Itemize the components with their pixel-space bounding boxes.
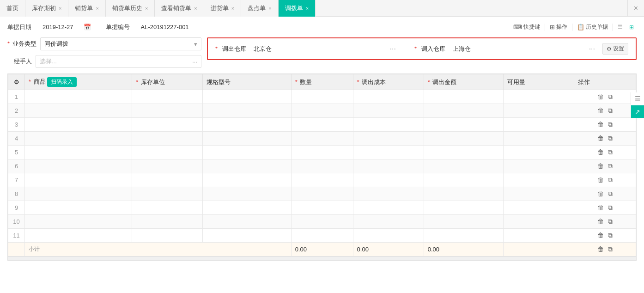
- row-spec[interactable]: [203, 229, 291, 243]
- row-available[interactable]: [503, 201, 574, 215]
- delete-row-button[interactable]: 🗑: [597, 107, 604, 114]
- transfer-out-more-icon[interactable]: ···: [390, 45, 396, 53]
- tab-close-transfer[interactable]: ×: [306, 6, 309, 11]
- history-button[interactable]: 📋 历史单据: [574, 22, 611, 32]
- row-available[interactable]: [503, 90, 574, 104]
- settings-button[interactable]: ⚙ 设置: [602, 43, 628, 55]
- row-amount[interactable]: [424, 146, 503, 159]
- subtotal-delete-icon[interactable]: 🗑: [597, 245, 604, 253]
- row-amount[interactable]: [424, 229, 503, 243]
- row-cost[interactable]: [353, 118, 424, 132]
- copy-row-button[interactable]: ⧉: [608, 218, 613, 225]
- delete-row-button[interactable]: 🗑: [597, 121, 604, 128]
- row-spec[interactable]: [203, 90, 291, 104]
- row-product[interactable]: [25, 132, 132, 146]
- tab-view-sales[interactable]: 查看销货单×: [155, 0, 204, 17]
- row-cost[interactable]: [353, 132, 424, 146]
- subtotal-copy-icon[interactable]: ⧉: [608, 245, 613, 253]
- delete-row-button[interactable]: 🗑: [597, 148, 604, 156]
- business-type-input[interactable]: 同价调拨 ▾: [40, 37, 201, 50]
- tab-purchase[interactable]: 进货单×: [204, 0, 241, 17]
- tab-close-inventory-init[interactable]: ×: [59, 6, 61, 11]
- tab-sales-history[interactable]: 销货单历史×: [106, 0, 155, 17]
- copy-row-button[interactable]: ⧉: [608, 93, 613, 100]
- row-qty[interactable]: [291, 215, 353, 229]
- row-qty[interactable]: [291, 159, 353, 173]
- row-product[interactable]: [25, 215, 132, 229]
- delete-row-button[interactable]: 🗑: [597, 190, 604, 197]
- row-spec[interactable]: [203, 159, 291, 173]
- delete-row-button[interactable]: 🗑: [597, 162, 604, 170]
- row-available[interactable]: [503, 187, 574, 201]
- row-available[interactable]: [503, 159, 574, 173]
- row-product[interactable]: [25, 104, 132, 118]
- handler-more-icon[interactable]: ···: [192, 58, 197, 65]
- copy-row-button[interactable]: ⧉: [608, 134, 613, 142]
- row-spec[interactable]: [203, 146, 291, 159]
- row-spec[interactable]: [203, 201, 291, 215]
- row-amount[interactable]: [424, 201, 503, 215]
- row-unit[interactable]: [132, 132, 203, 146]
- row-qty[interactable]: [291, 104, 353, 118]
- row-amount[interactable]: [424, 187, 503, 201]
- row-product[interactable]: [25, 146, 132, 159]
- calendar-icon[interactable]: 📅: [84, 24, 91, 31]
- tab-close-sales-order[interactable]: ×: [96, 6, 98, 11]
- row-qty[interactable]: [291, 173, 353, 187]
- row-unit[interactable]: [132, 201, 203, 215]
- row-cost[interactable]: [353, 146, 424, 159]
- copy-row-button[interactable]: ⧉: [608, 204, 613, 211]
- row-unit[interactable]: [132, 118, 203, 132]
- row-qty[interactable]: [291, 132, 353, 146]
- row-cost[interactable]: [353, 173, 424, 187]
- delete-row-button[interactable]: 🗑: [597, 134, 604, 142]
- horizontal-scrollbar[interactable]: [8, 256, 636, 260]
- row-product[interactable]: [25, 187, 132, 201]
- row-qty[interactable]: [291, 187, 353, 201]
- view-grid-button[interactable]: ⊞: [626, 23, 637, 31]
- row-cost[interactable]: [353, 201, 424, 215]
- tab-inventory-init[interactable]: 库存期初×: [25, 0, 68, 17]
- tab-home[interactable]: 首页: [0, 0, 25, 17]
- row-available[interactable]: [503, 118, 574, 132]
- row-cost[interactable]: [353, 90, 424, 104]
- row-unit[interactable]: [132, 159, 203, 173]
- tab-close-purchase[interactable]: ×: [231, 6, 234, 11]
- row-product[interactable]: [25, 159, 132, 173]
- row-available[interactable]: [503, 104, 574, 118]
- delete-row-button[interactable]: 🗑: [597, 218, 604, 225]
- row-cost[interactable]: [353, 187, 424, 201]
- tab-inventory-check[interactable]: 盘点单×: [241, 0, 278, 17]
- shortcut-button[interactable]: ⌨ 快捷键: [510, 22, 543, 32]
- row-available[interactable]: [503, 215, 574, 229]
- delete-row-button[interactable]: 🗑: [597, 176, 604, 183]
- row-unit[interactable]: [132, 104, 203, 118]
- row-qty[interactable]: [291, 146, 353, 159]
- row-unit[interactable]: [132, 90, 203, 104]
- row-product[interactable]: [25, 118, 132, 132]
- copy-row-button[interactable]: ⧉: [608, 107, 613, 114]
- row-spec[interactable]: [203, 173, 291, 187]
- copy-row-button[interactable]: ⧉: [608, 121, 613, 128]
- copy-row-button[interactable]: ⧉: [608, 148, 613, 156]
- col-settings-header[interactable]: ⚙: [8, 74, 25, 90]
- tab-close-sales-history[interactable]: ×: [145, 6, 148, 11]
- row-amount[interactable]: [424, 132, 503, 146]
- delete-row-button[interactable]: 🗑: [597, 204, 604, 211]
- row-unit[interactable]: [132, 173, 203, 187]
- row-amount[interactable]: [424, 159, 503, 173]
- sidebar-external-icon[interactable]: ↗: [631, 105, 644, 118]
- row-qty[interactable]: [291, 90, 353, 104]
- scan-button[interactable]: 扫码录入: [47, 77, 77, 87]
- sidebar-list-icon[interactable]: ☰: [631, 92, 644, 105]
- row-spec[interactable]: [203, 104, 291, 118]
- row-amount[interactable]: [424, 104, 503, 118]
- row-unit[interactable]: [132, 229, 203, 243]
- row-qty[interactable]: [291, 118, 353, 132]
- row-cost[interactable]: [353, 229, 424, 243]
- row-unit[interactable]: [132, 215, 203, 229]
- view-list-button[interactable]: ☰: [615, 23, 626, 31]
- row-qty[interactable]: [291, 229, 353, 243]
- copy-row-button[interactable]: ⧉: [608, 232, 613, 239]
- row-amount[interactable]: [424, 173, 503, 187]
